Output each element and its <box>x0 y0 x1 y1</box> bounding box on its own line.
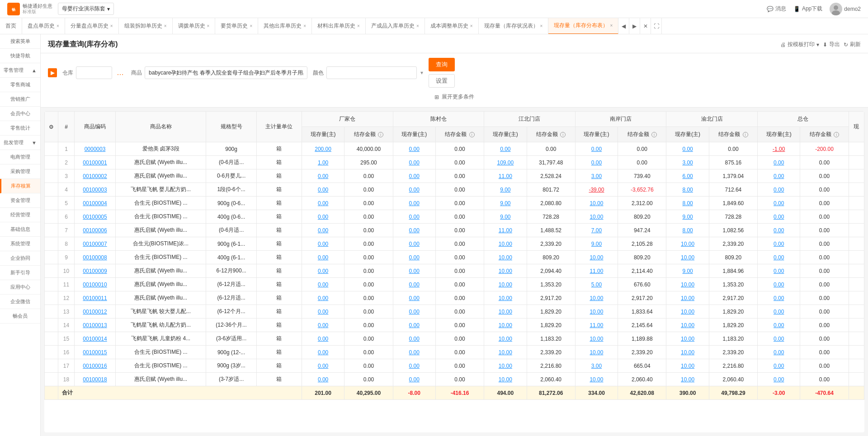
jiangbei-qty[interactable]: 10.00 <box>484 251 527 264</box>
jiangbei-qty[interactable]: 10.00 <box>484 319 527 332</box>
row-code[interactable]: 00100011 <box>75 291 116 305</box>
yubei-qty[interactable]: 3.00 <box>666 156 709 169</box>
row-code[interactable]: 00100012 <box>75 305 116 319</box>
chen-qty[interactable]: 0.00 <box>393 169 435 183</box>
user-area[interactable]: demo2 <box>830 3 861 15</box>
total-qty[interactable]: -1.00 <box>758 142 800 156</box>
nanan-qty[interactable]: 5.00 <box>575 278 618 291</box>
nanan-qty[interactable]: 10.00 <box>575 332 618 346</box>
yubei-qty[interactable]: 6.00 <box>666 169 709 183</box>
row-code[interactable]: 00100003 <box>75 183 116 197</box>
tab-4[interactable]: 调拨单历史 × <box>173 18 216 34</box>
jiangbei-qty[interactable]: 10.00 <box>484 332 527 346</box>
export-button[interactable]: ⬇ 导出 <box>823 41 840 48</box>
sidebar-item-nav[interactable]: 快捷导航 <box>0 49 40 63</box>
total-qty[interactable]: 0.00 <box>758 332 800 346</box>
sidebar-item-inventory[interactable]: 库存核算 <box>0 179 40 193</box>
yubei-qty[interactable]: 10.00 <box>666 278 709 291</box>
jiangbei-qty[interactable]: 0.00 <box>484 142 527 156</box>
tab-1[interactable]: 盘点单历史 × <box>22 18 65 34</box>
factory-qty[interactable]: 0.00 <box>302 332 344 346</box>
jiangbei-qty[interactable]: 11.00 <box>484 224 527 237</box>
sidebar-item-wechat[interactable]: 企业微信 <box>0 295 40 309</box>
sidebar-item-retail-mall[interactable]: 零售商城 <box>0 78 40 92</box>
factory-qty[interactable]: 0.00 <box>302 305 344 319</box>
jiangbei-qty[interactable]: 10.00 <box>484 373 527 386</box>
sidebar-item-member[interactable]: 会员中心 <box>0 107 40 121</box>
row-code[interactable]: 00100015 <box>75 346 116 359</box>
close-icon[interactable]: × <box>250 23 252 28</box>
jiangbei-qty[interactable]: 10.00 <box>484 264 527 278</box>
industry-selector[interactable]: 母婴行业演示陈套 ▾ <box>58 3 114 15</box>
tab-prev-button[interactable]: ◀ <box>618 18 629 34</box>
nanan-qty[interactable]: 3.00 <box>575 359 618 373</box>
row-code[interactable]: 00100005 <box>75 210 116 224</box>
close-icon[interactable]: × <box>610 23 613 28</box>
nanan-qty[interactable]: 11.00 <box>575 319 618 332</box>
app-download-button[interactable]: 📱 App下载 <box>793 5 822 13</box>
factory-qty[interactable]: 0.00 <box>302 237 344 251</box>
sidebar-item-search[interactable]: 搜索英单 <box>0 34 40 49</box>
close-icon[interactable]: × <box>540 23 543 28</box>
chen-qty[interactable]: 0.00 <box>393 224 435 237</box>
jiangbei-qty[interactable]: 9.00 <box>484 210 527 224</box>
sidebar-item-member2[interactable]: 畅会员 <box>0 309 40 323</box>
chen-qty[interactable]: 0.00 <box>393 237 435 251</box>
total-qty[interactable]: 0.00 <box>758 251 800 264</box>
jiangbei-qty[interactable]: 10.00 <box>484 305 527 319</box>
total-qty[interactable]: 0.00 <box>758 197 800 210</box>
factory-qty[interactable]: 0.00 <box>302 346 344 359</box>
chen-qty[interactable]: 0.00 <box>393 319 435 332</box>
expand-more-toggle[interactable]: ⊞ 展开更多条件 <box>48 91 861 103</box>
tab-close-all-button[interactable]: ✕ <box>640 18 651 34</box>
nanan-qty[interactable]: 10.00 <box>575 210 618 224</box>
info-icon[interactable]: i <box>469 132 475 137</box>
factory-qty[interactable]: 0.00 <box>302 224 344 237</box>
nanan-qty[interactable]: 10.00 <box>575 197 618 210</box>
yubei-qty[interactable]: 10.00 <box>666 305 709 319</box>
close-icon[interactable]: × <box>416 23 419 28</box>
chen-qty[interactable]: 0.00 <box>393 210 435 224</box>
sidebar-item-retail-stats[interactable]: 零售统计 <box>0 121 40 136</box>
chen-qty[interactable]: 0.00 <box>393 346 435 359</box>
total-qty[interactable]: 0.00 <box>758 291 800 305</box>
yubei-qty[interactable]: 10.00 <box>666 332 709 346</box>
tab-5[interactable]: 要货单历史 × <box>215 18 258 34</box>
total-qty[interactable]: 0.00 <box>758 237 800 251</box>
jiangbei-qty[interactable]: 9.00 <box>484 197 527 210</box>
total-qty[interactable]: 0.00 <box>758 156 800 169</box>
sidebar-item-ecommerce[interactable]: 电商管理 <box>0 150 40 164</box>
tab-8[interactable]: 产成品入库单历史 × <box>366 18 425 34</box>
nanan-qty[interactable]: -39.00 <box>575 183 618 197</box>
row-code[interactable]: 00100008 <box>75 251 116 264</box>
tab-expand-button[interactable]: ⛶ <box>651 18 662 34</box>
info-icon[interactable]: i <box>378 132 383 137</box>
factory-qty[interactable]: 0.00 <box>302 210 344 224</box>
row-code[interactable]: 00100018 <box>75 373 116 386</box>
tab-home[interactable]: 首页 <box>0 18 22 34</box>
yubei-qty[interactable]: 10.00 <box>666 359 709 373</box>
refresh-button[interactable]: ↻ 刷新 <box>844 41 861 48</box>
row-code[interactable]: 00100002 <box>75 169 116 183</box>
factory-qty[interactable]: 1.00 <box>302 156 344 169</box>
sidebar-item-apps[interactable]: 应用中心 <box>0 280 40 295</box>
nanan-qty[interactable]: 10.00 <box>575 346 618 359</box>
factory-qty[interactable]: 0.00 <box>302 183 344 197</box>
tab-3[interactable]: 组装拆卸单历史 × <box>119 18 173 34</box>
nanan-qty[interactable]: 10.00 <box>575 251 618 264</box>
factory-qty[interactable]: 0.00 <box>302 264 344 278</box>
row-code[interactable]: 00100013 <box>75 319 116 332</box>
tab-7[interactable]: 材料出库单历史 × <box>312 18 366 34</box>
chen-qty[interactable]: 0.00 <box>393 359 435 373</box>
factory-qty[interactable]: 200.00 <box>302 142 344 156</box>
yubei-qty[interactable]: 9.00 <box>666 210 709 224</box>
chen-qty[interactable]: 0.00 <box>393 332 435 346</box>
jiangbei-qty[interactable]: 9.00 <box>484 183 527 197</box>
factory-qty[interactable]: 0.00 <box>302 251 344 264</box>
chen-qty[interactable]: 0.00 <box>393 291 435 305</box>
sidebar-item-retail-mgmt[interactable]: 零售管理 ▲ <box>0 63 40 78</box>
sidebar-item-finance[interactable]: 资金管理 <box>0 193 40 208</box>
sidebar-item-operation[interactable]: 经营管理 <box>0 208 40 222</box>
total-qty[interactable]: 0.00 <box>758 183 800 197</box>
tab-next-button[interactable]: ▶ <box>629 18 640 34</box>
